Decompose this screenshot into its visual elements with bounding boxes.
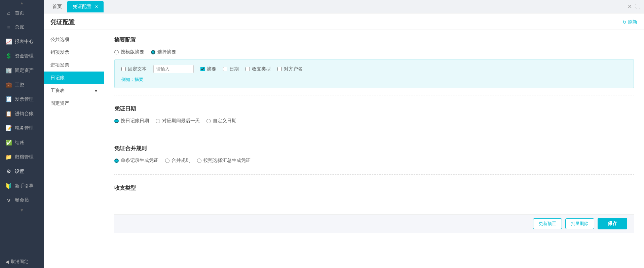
merge-section: 凭证合并规则 单条记录生成凭证 合并规则 按照选择汇总生成凭证 — [114, 145, 634, 175]
sidebar-item-reports[interactable]: 📈 报表中心 — [0, 34, 44, 49]
sidebar-item-sales-ledger[interactable]: 📋 进销台账 — [0, 106, 44, 121]
sidebar-item-tax[interactable]: 📝 税务管理 — [0, 121, 44, 135]
page-title: 凭证配置 — [50, 18, 75, 26]
settings-icon: ⚙ — [5, 168, 12, 175]
summary-section-title: 摘要配置 — [114, 37, 634, 44]
radio-custom-date[interactable]: 自定义日期 — [206, 118, 236, 124]
radio-period-last[interactable]: 对应期间最后一天 — [156, 118, 200, 124]
fixed-text-input[interactable] — [153, 65, 194, 73]
sidebar-item-assets[interactable]: 🏢 固定资产 — [0, 63, 44, 78]
left-nav-item-payroll-table[interactable]: 工资表 ▾ — [44, 84, 104, 97]
left-nav-item-journal[interactable]: 日记账 — [44, 72, 104, 84]
merge-radio-group: 单条记录生成凭证 合并规则 按照选择汇总生成凭证 — [114, 158, 634, 164]
refresh-icon: ↻ — [622, 19, 627, 25]
sidebar-item-funds[interactable]: 💲 资金管理 — [0, 49, 44, 63]
radio-journal-date[interactable]: 按日记账日期 — [114, 118, 149, 124]
example-text: 例如：摘要 — [121, 77, 627, 83]
chevron-down-icon: ▾ — [95, 88, 97, 93]
checkbox-income-type[interactable]: 收支类型 — [245, 66, 271, 72]
checkbox-summary[interactable]: 摘要 — [200, 66, 216, 72]
invoice-mgmt-icon: 🧾 — [5, 96, 12, 102]
left-nav-item-purchase-invoice[interactable]: 进项发票 — [44, 59, 104, 72]
sidebar: ▲ ⌂ 首页 ≡ 总账 📈 报表中心 💲 资金管理 🏢 固定资产 💼 工资 🧾 … — [0, 0, 44, 268]
left-nav-label: 工资表 — [50, 88, 65, 94]
home-icon: ⌂ — [5, 10, 12, 16]
checkbox-summary-label: 摘要 — [207, 66, 216, 72]
sidebar-scroll-up[interactable]: ▲ — [0, 0, 44, 6]
tab-close-icon[interactable]: ✕ — [95, 4, 98, 9]
radio-template-summary[interactable]: 按模版摘要 — [114, 49, 144, 55]
checkbox-fixed-text[interactable]: 固定文本 — [121, 66, 147, 72]
date-section-title: 凭证日期 — [114, 105, 634, 113]
left-nav-label: 进项发票 — [50, 62, 69, 68]
sales-ledger-icon: 📋 — [5, 110, 12, 117]
sidebar-item-settings[interactable]: ⚙ 设置 — [0, 164, 44, 179]
sidebar-item-settlement[interactable]: ✅ 结账 — [0, 135, 44, 150]
left-nav-label: 公共选项 — [50, 37, 69, 43]
assets-icon: 🏢 — [5, 67, 12, 74]
left-nav-label: 日记账 — [50, 75, 65, 81]
batch-delete-button[interactable]: 批量删除 — [565, 218, 594, 229]
date-section: 凭证日期 按日记账日期 对应期间最后一天 自定义日期 — [114, 105, 634, 135]
summary-checkbox-area: 固定文本 摘要 日期 收支类型 — [114, 59, 634, 88]
unpin-label: 取消固定 — [11, 259, 28, 265]
radio-custom-date-label: 自定义日期 — [213, 118, 236, 124]
tax-icon: 📝 — [5, 125, 12, 131]
sidebar-item-label: 资金管理 — [15, 53, 34, 59]
tab-home[interactable]: 首页 — [47, 1, 67, 12]
tab-home-label: 首页 — [52, 4, 62, 10]
radio-select-merge-label: 按照选择汇总生成凭证 — [203, 158, 251, 164]
left-nav-item-public[interactable]: 公共选项 — [44, 33, 104, 46]
checkbox-counterpart[interactable]: 对方户名 — [277, 66, 303, 72]
checkbox-date[interactable]: 日期 — [223, 66, 239, 72]
main-area: 首页 凭证配置 ✕ ✕ ⛶ 凭证配置 ↻ 刷新 公共选项 销项发票 进 — [44, 0, 644, 268]
sidebar-item-label: 新手引导 — [15, 183, 34, 189]
sidebar-item-label: 报表中心 — [15, 39, 34, 45]
ledger-icon: ≡ — [5, 24, 12, 30]
payroll-icon: 💼 — [5, 82, 12, 88]
sidebar-item-invoice-mgmt[interactable]: 🧾 发票管理 — [0, 92, 44, 106]
sidebar-item-label: 发票管理 — [15, 96, 34, 102]
checkbox-counterpart-label: 对方户名 — [284, 66, 303, 72]
window-close-icon[interactable]: ✕ — [628, 3, 632, 10]
checkbox-date-label: 日期 — [229, 66, 239, 72]
radio-select-summary-label: 选择摘要 — [157, 49, 176, 55]
summary-section: 摘要配置 按模版摘要 选择摘要 固定文本 — [114, 37, 634, 95]
summary-checkbox-row: 固定文本 摘要 日期 收支类型 — [121, 65, 627, 73]
sidebar-scroll-down[interactable]: ▼ — [0, 207, 44, 213]
left-nav: 公共选项 销项发票 进项发票 日记账 工资表 ▾ 固定资产 — [44, 30, 104, 268]
sidebar-item-archive[interactable]: 📁 归档管理 — [0, 150, 44, 164]
sidebar-item-label: 畅会员 — [15, 197, 29, 203]
sidebar-unpin-button[interactable]: ◀ 取消固定 — [0, 255, 44, 268]
left-nav-item-fixed-assets[interactable]: 固定资产 — [44, 97, 104, 110]
window-expand-icon[interactable]: ⛶ — [635, 3, 641, 10]
sidebar-item-vip[interactable]: V 畅会员 — [0, 193, 44, 207]
radio-single-record[interactable]: 单条记录生成凭证 — [114, 158, 158, 164]
radio-select-merge[interactable]: 按照选择汇总生成凭证 — [197, 158, 251, 164]
sidebar-item-label: 进销台账 — [15, 111, 34, 117]
sidebar-item-payroll[interactable]: 💼 工资 — [0, 78, 44, 92]
refresh-button[interactable]: ↻ 刷新 — [622, 19, 637, 25]
sidebar-item-ledger[interactable]: ≡ 总账 — [0, 20, 44, 34]
left-nav-label: 销项发票 — [50, 49, 69, 55]
save-button[interactable]: 保存 — [598, 218, 627, 229]
left-nav-label: 固定资产 — [50, 100, 69, 106]
left-nav-item-sales-invoice[interactable]: 销项发票 — [44, 46, 104, 59]
update-preset-button[interactable]: 更新预置 — [533, 218, 562, 229]
checkbox-income-type-label: 收支类型 — [252, 66, 271, 72]
refresh-label: 刷新 — [628, 19, 637, 25]
tab-voucher-config[interactable]: 凭证配置 ✕ — [67, 1, 104, 12]
sidebar-item-label: 归档管理 — [15, 154, 34, 160]
tab-bar-actions: ✕ ⛶ — [628, 3, 641, 10]
sidebar-item-label: 首页 — [15, 10, 24, 16]
radio-merge-rules[interactable]: 合并规则 — [165, 158, 190, 164]
sidebar-item-guide[interactable]: 🔰 新手引导 — [0, 179, 44, 193]
sidebar-item-label: 总账 — [15, 24, 24, 30]
radio-template-summary-label: 按模版摘要 — [121, 49, 144, 55]
right-content: 摘要配置 按模版摘要 选择摘要 固定文本 — [104, 30, 644, 268]
content-area: 公共选项 销项发票 进项发票 日记账 工资表 ▾ 固定资产 摘要配置 — [44, 30, 644, 268]
sidebar-item-home[interactable]: ⌂ 首页 — [0, 6, 44, 20]
sidebar-item-label: 固定资产 — [15, 68, 34, 74]
sidebar-item-label: 设置 — [15, 169, 24, 175]
radio-select-summary[interactable]: 选择摘要 — [151, 49, 176, 55]
